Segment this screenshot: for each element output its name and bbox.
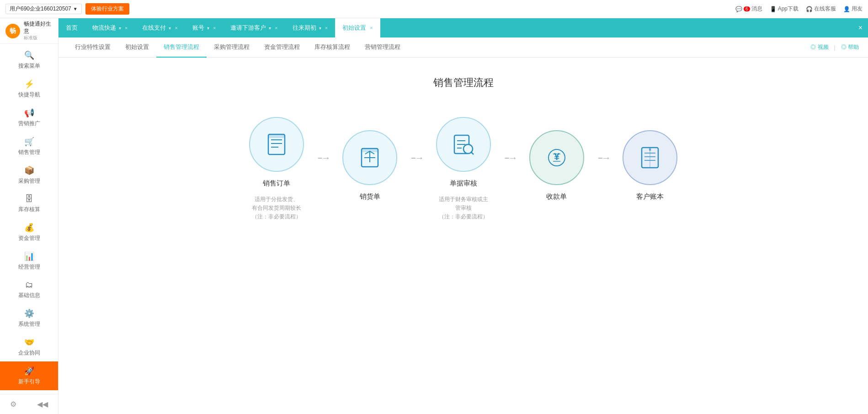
chevron-down-icon: ▾ — [207, 26, 209, 31]
sub-tab-purchase-flow-label: 采购管理流程 — [214, 43, 250, 51]
marketing-icon: 📢 — [24, 108, 34, 118]
logo-icon: 畅 — [5, 24, 20, 38]
nav-tab-account-label: 账号 — [192, 24, 204, 32]
nav-tabs-bar: 首页 物流快递 ▾ × 在线支付 ▾ × 账号 ▾ × 邀请下游客户 ▾ × — [59, 18, 868, 37]
close-icon[interactable]: × — [125, 25, 128, 31]
flow-step-receipt[interactable]: ¥ 收款单 — [511, 130, 602, 208]
flow-step-review[interactable]: 单据审核 适用于财务审核或主管审核（注：非必要流程） — [418, 117, 509, 222]
sidebar-item-search[interactable]: 🔍 搜索菜单 — [0, 46, 58, 74]
sidebar-label-collab: 企业协同 — [18, 349, 40, 357]
sidebar-item-collab[interactable]: 🤝 企业协同 — [0, 333, 58, 361]
sidebar-item-apps[interactable]: 🔲 应用中心 — [0, 390, 58, 394]
nav-tab-invite[interactable]: 邀请下游客户 ▾ × — [223, 18, 285, 37]
sidebar-item-system[interactable]: ⚙️ 系统管理 — [0, 304, 58, 333]
svg-line-11 — [471, 152, 474, 154]
nav-tab-logistics-label: 物流快递 — [92, 24, 116, 32]
nav-bar-close-button[interactable]: × — [853, 18, 868, 37]
main-layout: 畅 畅捷通好生意 标准版 🔍 搜索菜单 ⚡ 快捷导航 📢 营销推广 🛒 销售管理 — [0, 18, 868, 414]
sub-tab-inventory-flow-label: 库存核算流程 — [314, 43, 350, 51]
sidebar-item-basic[interactable]: 🗂 基础信息 — [0, 276, 58, 304]
sub-tab-sales-flow[interactable]: 销售管理流程 — [156, 37, 207, 58]
sidebar-item-inventory[interactable]: 🗄 库存核算 — [0, 190, 58, 218]
sidebar-label-sales: 销售管理 — [18, 149, 40, 156]
nav-tab-home-label: 首页 — [66, 24, 78, 32]
video-link[interactable]: ◎ 视频 — [810, 43, 828, 51]
svg-rect-8 — [362, 149, 378, 152]
sidebar-item-operation[interactable]: 📊 经营管理 — [0, 247, 58, 276]
nav-tab-payment[interactable]: 在线支付 ▾ × — [135, 18, 185, 37]
chevron-down-icon: ▼ — [73, 6, 78, 11]
nav-tab-initial-label: 初始设置 — [342, 24, 366, 32]
collab-icon: 🤝 — [24, 337, 34, 347]
top-bar-right: 💬 6 消息 📱 App下载 🎧 在线客服 👤 用友 — [735, 5, 863, 13]
sub-tab-purchase-flow[interactable]: 采购管理流程 — [207, 37, 257, 58]
chevron-down-icon: ▾ — [119, 26, 121, 31]
finance-icon: 💰 — [24, 223, 34, 233]
nav-tab-home[interactable]: 首页 — [59, 18, 85, 37]
service-label: 在线客服 — [814, 5, 836, 13]
sub-tab-marketing-flow-label: 营销管理流程 — [365, 43, 400, 51]
nav-tab-initial[interactable]: 初始设置 × — [335, 18, 380, 37]
operation-icon: 📊 — [24, 251, 34, 261]
sub-tabs-bar: 行业特性设置 初始设置 销售管理流程 采购管理流程 资金管理流程 库存核算流程 … — [59, 37, 868, 58]
divider: | — [834, 44, 836, 51]
sub-tab-industry[interactable]: 行业特性设置 — [68, 37, 118, 58]
close-icon[interactable]: × — [213, 25, 216, 31]
sub-tab-initial[interactable]: 初始设置 — [118, 37, 156, 58]
sub-tab-marketing-flow[interactable]: 营销管理流程 — [357, 37, 408, 58]
flow-step-sales-order[interactable]: 销售订单 适用于分批发货、有合同发货周期较长（注：非必要流程） — [231, 117, 322, 222]
sub-tab-finance-flow[interactable]: 资金管理流程 — [257, 37, 307, 58]
message-icon: 💬 — [735, 6, 742, 12]
sidebar-item-purchase[interactable]: 📦 采购管理 — [0, 161, 58, 190]
flow-circle-receipt: ¥ — [529, 130, 584, 185]
receipt-icon: ¥ — [544, 145, 570, 170]
nav-tab-logistics[interactable]: 物流快递 ▾ × — [85, 18, 135, 37]
close-icon[interactable]: × — [175, 25, 177, 31]
sidebar-item-sales[interactable]: 🛒 销售管理 — [0, 132, 58, 161]
collapse-button[interactable]: ◀◀ — [35, 398, 50, 410]
flow-step-delivery[interactable]: 销货单 — [324, 130, 415, 208]
sidebar-label-guide: 新手引导 — [18, 378, 40, 386]
user-selector[interactable]: 用户690企业1660120507 ▼ — [5, 4, 82, 14]
app-download-item[interactable]: 📱 App下载 — [770, 5, 799, 13]
sidebar-label-quick: 快捷导航 — [18, 91, 40, 99]
nav-tab-history-label: 往来期初 — [293, 24, 316, 32]
chevron-down-icon: ▾ — [169, 26, 171, 31]
chevron-down-icon: ▾ — [319, 26, 321, 31]
sidebar-item-quick[interactable]: ⚡ 快捷导航 — [0, 74, 58, 103]
online-service-item[interactable]: 🎧 在线客服 — [806, 5, 836, 13]
sidebar-item-guide[interactable]: 🚀 新手引导 — [0, 361, 58, 390]
nav-tab-payment-label: 在线支付 — [142, 24, 166, 32]
sub-tab-inventory-flow[interactable]: 库存核算流程 — [307, 37, 357, 58]
main-content: 销售管理流程 销售订单 适用于分批发货、有合同 — [59, 58, 868, 414]
flow-diagram: 销售订单 适用于分批发货、有合同发货周期较长（注：非必要流程） - - → — [68, 117, 859, 222]
messages-item[interactable]: 💬 6 消息 — [735, 5, 762, 13]
logo-text-area: 畅捷通好生意 标准版 — [24, 21, 53, 41]
username-label: 用友 — [852, 5, 863, 13]
close-icon[interactable]: × — [325, 25, 328, 31]
close-icon[interactable]: × — [275, 25, 277, 31]
settings-button[interactable]: ⚙ — [8, 398, 18, 410]
nav-tab-history[interactable]: 往来期初 ▾ × — [285, 18, 335, 37]
help-link[interactable]: ◎ 帮助 — [841, 43, 859, 51]
sales-icon: 🛒 — [24, 137, 34, 147]
user-item[interactable]: 👤 用友 — [843, 5, 863, 13]
sidebar-label-basic: 基础信息 — [18, 292, 40, 299]
svg-text:¥: ¥ — [554, 151, 560, 162]
service-icon: 🎧 — [806, 6, 813, 12]
sidebar-item-finance[interactable]: 💰 资金管理 — [0, 218, 58, 247]
ledger-icon: ¥ — [637, 145, 663, 170]
search-icon: 🔍 — [24, 50, 34, 60]
svg-rect-4 — [268, 134, 285, 138]
system-icon: ⚙️ — [24, 308, 34, 318]
chevron-down-icon: ▾ — [269, 26, 271, 31]
sidebar-item-marketing[interactable]: 📢 营销推广 — [0, 103, 58, 132]
page-title: 销售管理流程 — [68, 76, 859, 90]
sidebar-label-finance: 资金管理 — [18, 234, 40, 242]
close-icon[interactable]: × — [370, 25, 373, 31]
sidebar-label-search: 搜索菜单 — [18, 62, 40, 70]
nav-tab-account[interactable]: 账号 ▾ × — [185, 18, 223, 37]
flow-circle-ledger: ¥ — [623, 130, 677, 185]
trial-button[interactable]: 体验行业方案 — [85, 3, 129, 15]
flow-step-ledger[interactable]: ¥ 客户账本 — [604, 130, 696, 208]
